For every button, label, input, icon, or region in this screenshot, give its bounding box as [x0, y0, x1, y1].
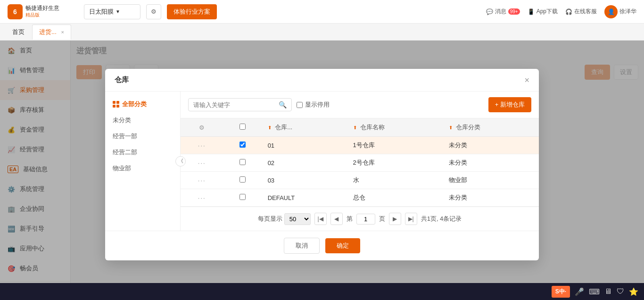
row-more-icon[interactable]: ··· — [198, 142, 206, 149]
sort-icon-name: ⬆ — [353, 125, 357, 130]
page-next-button[interactable]: ▶ — [389, 213, 401, 225]
mic-icon[interactable]: 🎤 — [575, 287, 584, 296]
tab-purchase[interactable]: 进货... × — [32, 25, 71, 40]
star-icon[interactable]: ⭐ — [629, 287, 638, 296]
modal-header: 仓库 × — [105, 69, 539, 92]
col-code: ⬆ 仓库... — [262, 118, 347, 137]
page-prev-button[interactable]: ◀ — [330, 213, 343, 225]
row-more-icon[interactable]: ··· — [198, 177, 206, 184]
per-page-dropdown[interactable]: 50 100 200 — [284, 213, 311, 225]
tab-close-icon[interactable]: × — [61, 29, 64, 35]
row-checkbox[interactable] — [239, 176, 246, 183]
search-box: 🔍 — [188, 98, 292, 111]
settings-button[interactable]: ⚙ — [146, 4, 161, 19]
table-row[interactable]: ··· 03 水 物业部 — [181, 172, 539, 189]
category-sidebar: 全部分类 未分类 经营一部 经营二部 物业部 《 — [105, 92, 181, 231]
keyboard-icon[interactable]: ⌨ — [589, 287, 600, 296]
table-row[interactable]: ··· 01 1号仓库 未分类 — [181, 137, 539, 154]
row-checkbox-cell — [223, 137, 262, 154]
store-selector[interactable]: 日太阳膜 ▼ — [84, 4, 140, 19]
tab-home[interactable]: 首页 — [6, 25, 31, 39]
sort-icon: ⬆ — [268, 125, 272, 130]
modal-backdrop: 仓库 × 全部分类 未分类 经营一部 — [71, 41, 644, 300]
row-checkbox-cell — [223, 189, 262, 207]
avatar: 👤 — [604, 5, 618, 18]
logo-area: 6 畅捷通好生意 精品版 — [8, 4, 78, 19]
show-disabled-label[interactable]: 显示停用 — [297, 100, 330, 109]
main-layout: 🏠 首页 📊 销售管理 🛒 采购管理 📦 库存核算 💰 资金管理 📈 经营管理 … — [0, 41, 644, 300]
bottom-brand: S中· — [552, 286, 570, 298]
row-more-icon[interactable]: ··· — [198, 159, 206, 167]
table-toolbar: 🔍 显示停用 + 新增仓库 — [181, 92, 539, 118]
modal-footer: 取消 确定 — [105, 231, 539, 260]
row-checkbox[interactable] — [239, 194, 246, 200]
category-operation1[interactable]: 经营一部 — [105, 128, 180, 144]
row-name: 总仓 — [347, 189, 443, 207]
row-checkbox[interactable] — [239, 159, 246, 165]
per-page-label: 每页显示 — [258, 215, 282, 223]
confirm-button[interactable]: 确定 — [325, 238, 360, 253]
message-icon: 💬 — [486, 8, 493, 15]
category-all[interactable]: 全部分类 — [105, 96, 180, 112]
page-input[interactable] — [356, 214, 375, 225]
page-last-button[interactable]: ▶| — [405, 213, 417, 225]
brand-line1: 畅捷通好生意 — [25, 5, 59, 12]
search-input[interactable] — [193, 101, 276, 108]
row-checkbox[interactable] — [239, 142, 246, 148]
page-unit: 页 — [379, 215, 385, 223]
user-profile-btn[interactable]: 👤 徐泽华 — [604, 5, 636, 18]
headset-icon: 🎧 — [565, 8, 572, 15]
content-area: 进货管理 打印 导出 刷新 查询 设置 仓库 × — [71, 41, 644, 300]
app-download-btn[interactable]: 📱 App下载 — [528, 8, 558, 16]
page-first-button[interactable]: |◀ — [314, 213, 327, 225]
row-code: 01 — [262, 137, 347, 154]
messages-label: 消息 — [495, 8, 506, 16]
grid-icon — [113, 101, 119, 108]
row-name: 2号仓库 — [347, 154, 443, 172]
row-name: 水 — [347, 172, 443, 189]
row-actions[interactable]: ··· — [181, 189, 223, 207]
row-category: 物业部 — [443, 172, 539, 189]
pagination: 每页显示 50 100 200 |◀ ◀ 第 页 — [181, 207, 539, 231]
add-warehouse-button[interactable]: + 新增仓库 — [488, 97, 531, 112]
row-code: 02 — [262, 154, 347, 172]
app-download-label: App下载 — [537, 8, 558, 16]
row-more-icon[interactable]: ··· — [198, 194, 206, 201]
category-operation2[interactable]: 经营二部 — [105, 144, 180, 160]
modal-close-button[interactable]: × — [524, 76, 529, 84]
row-category: 未分类 — [443, 137, 539, 154]
row-code: DEFAULT — [262, 189, 347, 207]
col-checkbox — [223, 118, 262, 137]
chevron-down-icon: ▼ — [116, 9, 120, 14]
col-gear: ⚙ — [181, 118, 223, 137]
show-disabled-checkbox[interactable] — [297, 102, 303, 108]
messages-btn[interactable]: 💬 消息 99+ — [486, 8, 520, 16]
trial-button[interactable]: 体验行业方案 — [167, 4, 217, 19]
table-row[interactable]: ··· 02 2号仓库 未分类 — [181, 154, 539, 172]
header-right: 💬 消息 99+ 📱 App下载 🎧 在线客服 👤 徐泽华 — [486, 5, 636, 18]
row-actions[interactable]: ··· — [181, 172, 223, 189]
nav-tabs: 首页 进货... × — [0, 24, 644, 41]
shield-icon[interactable]: 🛡 — [617, 287, 624, 296]
monitor-icon[interactable]: 🖥 — [604, 287, 612, 296]
category-unclassified[interactable]: 未分类 — [105, 112, 180, 128]
cat-all-label: 全部分类 — [122, 100, 147, 108]
row-category: 未分类 — [443, 154, 539, 172]
row-actions[interactable]: ··· — [181, 154, 223, 172]
cancel-button[interactable]: 取消 — [284, 238, 320, 254]
online-service-label: 在线客服 — [574, 8, 597, 16]
gear-icon: ⚙ — [151, 8, 157, 15]
page-label: 第 — [347, 215, 353, 223]
row-actions[interactable]: ··· — [181, 137, 223, 154]
total-label: 共1页, 4条记录 — [421, 215, 462, 223]
search-icon[interactable]: 🔍 — [279, 101, 287, 108]
online-service-btn[interactable]: 🎧 在线客服 — [565, 8, 597, 16]
category-collapse-button[interactable]: 《 — [175, 156, 186, 167]
phone-icon: 📱 — [528, 8, 535, 15]
select-all-checkbox[interactable] — [239, 124, 246, 130]
category-property[interactable]: 物业部 — [105, 160, 180, 176]
per-page-select: 每页显示 50 100 200 — [258, 213, 311, 225]
warehouse-modal: 仓库 × 全部分类 未分类 经营一部 — [105, 69, 539, 260]
table-row[interactable]: ··· DEFAULT 总仓 未分类 — [181, 189, 539, 207]
user-name: 徐泽华 — [619, 8, 636, 16]
